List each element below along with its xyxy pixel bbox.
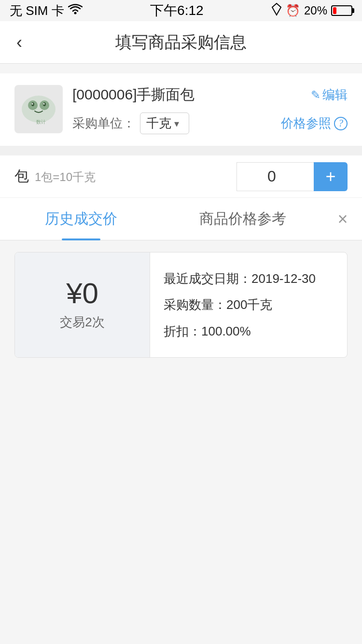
quantity-conversion: 1包=10千克	[35, 169, 96, 185]
currency-symbol: ¥	[66, 277, 82, 309]
discount-value: 100.00%	[201, 324, 251, 338]
status-time: 下午6:12	[150, 1, 204, 20]
recent-date-label: 最近成交日期：	[164, 271, 251, 286]
discount-row: 折扣：100.00%	[164, 322, 334, 340]
price-trade-count: 交易2次	[60, 314, 104, 331]
dropdown-arrow-icon: ▾	[174, 118, 179, 129]
location-icon	[271, 2, 282, 19]
purchase-qty-row: 采购数量：200千克	[164, 296, 334, 313]
product-header: [0000006]手撕面包 ✎ 编辑	[72, 85, 348, 105]
quantity-left: 包 1包=10千克	[14, 167, 96, 186]
price-amount: ¥0	[66, 279, 98, 308]
product-name: [0000006]手撕面包	[72, 85, 195, 105]
alarm-icon: ⏰	[286, 4, 300, 17]
unit-label: 采购单位： 千克 ▾	[72, 112, 189, 134]
tabs-row: 历史成交价 商品价格参考 ×	[0, 198, 362, 240]
price-ref-label: 价格参照	[281, 115, 331, 132]
price-reference-button[interactable]: 价格参照 ?	[281, 115, 348, 132]
svg-point-6	[32, 103, 33, 105]
main-content: ¥0 交易2次 最近成交日期：2019-12-30 采购数量：200千克 折扣：…	[0, 240, 362, 530]
price-card-left: ¥0 交易2次	[15, 252, 150, 357]
quantity-plus-button[interactable]: +	[314, 162, 348, 191]
nav-bar: ‹ 填写商品采购信息	[0, 21, 362, 64]
quantity-input[interactable]	[237, 162, 314, 191]
price-value: 0	[83, 277, 98, 309]
recent-date-value: 2019-12-30	[251, 271, 316, 286]
unit-label-text: 采购单位：	[72, 115, 135, 132]
product-unit-row: 采购单位： 千克 ▾ 价格参照 ?	[72, 112, 348, 134]
section-divider	[0, 146, 362, 155]
wifi-icon	[68, 3, 83, 18]
discount-label: 折扣：	[164, 324, 201, 338]
tab-history-price[interactable]: 历史成交价	[0, 198, 162, 240]
quantity-input-wrapper: +	[237, 162, 348, 191]
plus-icon: +	[325, 167, 335, 187]
page-title: 填写商品采购信息	[115, 31, 247, 54]
recent-date-row: 最近成交日期：2019-12-30	[164, 270, 334, 287]
svg-point-1	[22, 96, 56, 123]
status-left: 无 SIM 卡	[10, 2, 83, 19]
tab-history-label: 历史成交价	[45, 209, 117, 229]
price-ref-help-icon: ?	[334, 117, 348, 130]
tab-active-underline	[62, 238, 100, 240]
product-image: 数计	[14, 85, 63, 133]
battery-fill	[333, 7, 336, 14]
unit-select[interactable]: 千克 ▾	[140, 112, 189, 134]
edit-label: 编辑	[322, 86, 348, 103]
carrier-label: 无 SIM 卡	[10, 2, 64, 19]
status-bar: 无 SIM 卡 下午6:12 ⏰ 20%	[0, 0, 362, 21]
price-card-right: 最近成交日期：2019-12-30 采购数量：200千克 折扣：100.00%	[150, 252, 347, 357]
price-card: ¥0 交易2次 最近成交日期：2019-12-30 采购数量：200千克 折扣：…	[14, 252, 348, 358]
svg-point-0	[74, 12, 76, 14]
battery-percent: 20%	[304, 4, 327, 17]
purchase-qty-value: 200千克	[226, 297, 272, 312]
quantity-row: 包 1包=10千克 +	[0, 155, 362, 198]
close-icon: ×	[337, 209, 348, 229]
quantity-unit: 包	[14, 167, 29, 186]
close-button[interactable]: ×	[323, 198, 362, 240]
back-button[interactable]: ‹	[0, 21, 39, 64]
battery-icon	[331, 5, 352, 16]
unit-value: 千克	[146, 115, 171, 132]
tab-price-ref-label: 商品价格参考	[199, 209, 286, 229]
price-card-wrapper: ¥0 交易2次 最近成交日期：2019-12-30 采购数量：200千克 折扣：…	[0, 240, 362, 369]
status-right: ⏰ 20%	[271, 2, 352, 19]
product-card: 数计 [0000006]手撕面包 ✎ 编辑 采购单位： 千克 ▾ 价格参照 ?	[0, 73, 362, 146]
edit-icon: ✎	[311, 88, 320, 102]
product-info: [0000006]手撕面包 ✎ 编辑 采购单位： 千克 ▾ 价格参照 ?	[72, 85, 348, 134]
edit-button[interactable]: ✎ 编辑	[311, 86, 348, 103]
tab-price-reference[interactable]: 商品价格参考	[162, 198, 323, 240]
svg-point-7	[43, 103, 45, 105]
svg-text:数计: 数计	[36, 119, 46, 125]
purchase-qty-label: 采购数量：	[164, 297, 226, 312]
